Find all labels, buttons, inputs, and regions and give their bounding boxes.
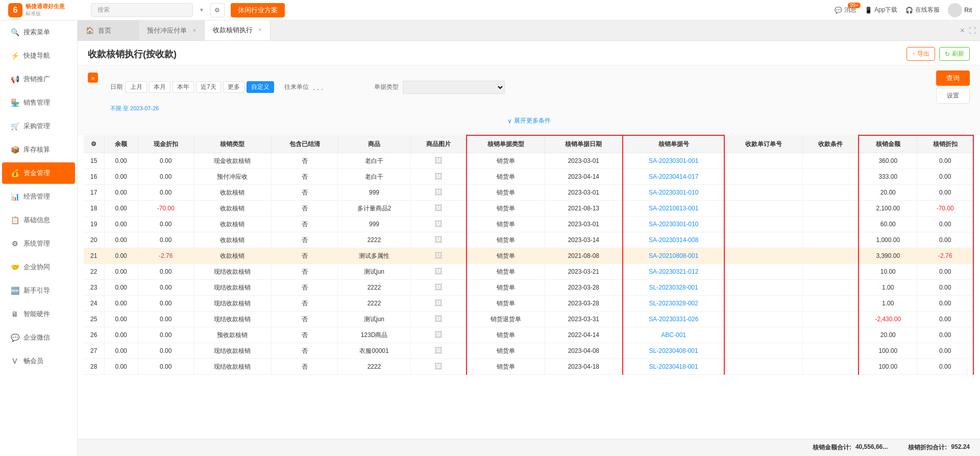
sidebar-item-base[interactable]: 📋 基础信息 <box>2 209 75 231</box>
cell-cash-discount: 0.00 <box>138 327 193 343</box>
filter-more[interactable]: 更多 <box>223 81 244 93</box>
cell-collection-order <box>724 217 802 232</box>
sidebar-item-sales[interactable]: 🏪 销售管理 <box>2 92 75 113</box>
refresh-button[interactable]: ↻ 刷新 <box>939 47 970 61</box>
tab-close-all-icon[interactable]: × <box>960 26 965 35</box>
col-header-gear[interactable]: ⚙ <box>84 135 104 153</box>
cell-cash-discount: -2.76 <box>138 248 193 264</box>
cell-verify-discount: 0.00 <box>917 185 973 201</box>
cell-verify-discount: -2.76 <box>917 248 973 264</box>
cell-bill-no[interactable]: SL-20230408-001 <box>623 343 724 359</box>
app-download-btn[interactable]: 📱 App下载 <box>865 6 897 14</box>
cell-collection-order <box>724 343 802 359</box>
cell-bill-no[interactable]: SL-20230418-001 <box>623 359 724 375</box>
tab-fullscreen-icon[interactable]: ⛶ <box>969 27 976 35</box>
cell-verify-type: 收款核销 <box>193 185 271 201</box>
user-avatar <box>948 3 962 17</box>
cell-verify-discount: 0.00 <box>917 359 973 375</box>
col-header-bill-date: 核销单据日期 <box>545 135 623 153</box>
cell-balance: 0.00 <box>104 280 138 296</box>
user-area[interactable]: Rit <box>948 3 972 17</box>
table-row: 230.000.00现结收款核销否2222🖼销货单2023-03-28SL-20… <box>84 280 973 296</box>
cell-bill-no[interactable]: SA-20230314-008 <box>623 232 724 248</box>
tab-prepay[interactable]: 预付冲应付单 × <box>139 20 205 40</box>
cell-bill-no[interactable]: SA-20230301-010 <box>623 185 724 201</box>
export-button[interactable]: ↑ 导出 <box>906 47 935 61</box>
column-settings-icon[interactable]: ⚙ <box>91 140 96 148</box>
top-right-actions: 💬 消息 99+ 📱 App下载 🎧 在线客服 Rit <box>835 3 972 17</box>
cell-no: 15 <box>84 153 104 169</box>
settings-gear-icon[interactable]: ⚙ <box>210 3 225 17</box>
sidebar-item-shortcut[interactable]: ⚡ 快捷导航 <box>2 45 75 66</box>
cell-balance: 0.00 <box>104 201 138 217</box>
cell-bill-no[interactable]: SA-20230331-026 <box>623 311 724 327</box>
sidebar-item-operation[interactable]: 📊 经营管理 <box>2 186 75 207</box>
tab-collection[interactable]: 收款核销执行 × <box>205 20 271 40</box>
cell-bill-type: 销货单 <box>467 327 545 343</box>
cell-bill-type: 销货单 <box>467 153 545 169</box>
cell-no: 20 <box>84 232 104 248</box>
sidebar-item-purchase[interactable]: 🛒 采购管理 <box>2 115 75 137</box>
cell-collection-order <box>724 232 802 248</box>
cell-product: 衣服00001 <box>338 343 411 359</box>
filter-this-year[interactable]: 本年 <box>173 81 194 93</box>
table-wrapper[interactable]: ⚙ 余额 现金折扣 核销类型 包含已结清 商品 商品图片 核销单据类型 核销单据… <box>78 135 980 439</box>
cell-cash-discount: 0.00 <box>138 169 193 185</box>
setting-button[interactable]: 设置 <box>936 88 970 104</box>
cell-verify-discount: 0.00 <box>917 343 973 359</box>
cell-bill-date: 2022-04-14 <box>545 327 623 343</box>
online-service-btn[interactable]: 🎧 在线客服 <box>905 6 940 14</box>
cell-cash-discount: -70.00 <box>138 201 193 217</box>
dropdown-arrow-icon[interactable]: ▼ <box>199 7 204 13</box>
cell-bill-type: 销货单 <box>467 217 545 232</box>
tab-prepay-close[interactable]: × <box>193 28 196 33</box>
cell-bill-no[interactable]: SA-20210813-001 <box>623 201 724 217</box>
cell-balance: 0.00 <box>104 185 138 201</box>
expand-more-btn[interactable]: ∨ 展开更多条件 <box>507 116 551 125</box>
sidebar-item-guide[interactable]: 🆕 新手引导 <box>2 280 75 301</box>
cell-collection-order <box>724 185 802 201</box>
filter-collapse-btn[interactable]: » <box>88 73 98 83</box>
cell-bill-no[interactable]: ABC-001 <box>623 327 724 343</box>
tab-collection-close[interactable]: × <box>259 27 262 33</box>
cell-no: 27 <box>84 343 104 359</box>
cell-balance: 0.00 <box>104 359 138 375</box>
industry-btn[interactable]: 休闲行业方案 <box>231 3 285 17</box>
query-button[interactable]: 查询 <box>936 70 970 86</box>
cell-cash-discount: 0.00 <box>138 311 193 327</box>
cell-collection-order <box>724 296 802 311</box>
table-row: 220.000.00现结收款核销否测试jun🖼销货单2023-03-21SA-2… <box>84 264 973 280</box>
cell-bill-no[interactable]: SA-20210808-001 <box>623 248 724 264</box>
cell-bill-no[interactable]: SA-20230414-017 <box>623 169 724 185</box>
sidebar-item-finance[interactable]: 💰 资金管理 <box>2 162 75 184</box>
cell-no: 19 <box>84 217 104 232</box>
cell-bill-no[interactable]: SA-20230321-012 <box>623 264 724 280</box>
cell-collection-condition <box>802 264 859 280</box>
tab-home[interactable]: 🏠 首页 <box>78 20 139 40</box>
sidebar-item-inventory[interactable]: 📦 库存核算 <box>2 139 75 160</box>
filter-7days[interactable]: 近7天 <box>196 81 221 93</box>
sidebar-item-member[interactable]: V 畅会员 <box>2 350 75 372</box>
search-box[interactable]: 搜索 <box>91 3 193 17</box>
sidebar-item-wechat[interactable]: 💬 企业微信 <box>2 327 75 348</box>
cell-verify-type: 收款核销 <box>193 201 271 217</box>
cell-include-settled: 否 <box>271 232 338 248</box>
logo-text: 畅捷通谱好生意 标准版 <box>26 3 65 17</box>
logo-icon: 6 <box>8 3 22 17</box>
sidebar-item-search[interactable]: 🔍 搜索菜单 <box>2 21 75 43</box>
filter-last-month[interactable]: 上月 <box>126 81 147 93</box>
cell-bill-no[interactable]: SL-20230328-002 <box>623 296 724 311</box>
sidebar-item-system[interactable]: ⚙ 系统管理 <box>2 233 75 254</box>
sidebar-item-enterprise[interactable]: 🤝 企业协同 <box>2 256 75 278</box>
filter-custom[interactable]: 自定义 <box>247 81 274 93</box>
table-footer: 核销金额合计: 40,556,66... 核销折扣合计: 952.24 <box>78 439 980 456</box>
message-btn[interactable]: 💬 消息 99+ <box>835 6 856 14</box>
bill-type-select[interactable] <box>403 81 505 94</box>
cell-bill-no[interactable]: SA-20230301-010 <box>623 217 724 232</box>
cell-bill-no[interactable]: SA-20230301-001 <box>623 153 724 169</box>
cell-cash-discount: 0.00 <box>138 264 193 280</box>
cell-bill-no[interactable]: SL-20230328-001 <box>623 280 724 296</box>
sidebar-item-marketing[interactable]: 📢 营销推广 <box>2 68 75 90</box>
sidebar-item-hardware[interactable]: 🖥 智能硬件 <box>2 303 75 325</box>
filter-this-month[interactable]: 本月 <box>149 81 170 93</box>
